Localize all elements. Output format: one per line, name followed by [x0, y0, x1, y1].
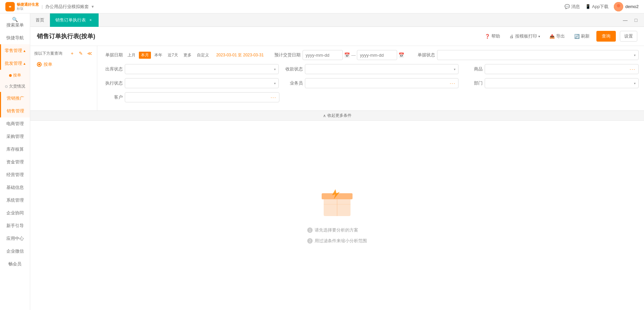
sidebar-item-purchase[interactable]: 采购管理 [0, 130, 30, 143]
sidebar-item-basic[interactable]: 基础信息 [0, 181, 30, 194]
sales-label: 销售管理 [7, 108, 24, 113]
sidebar-item-newbie[interactable]: 新手引导 [0, 219, 30, 232]
calendar-from-icon[interactable]: 📅 [344, 52, 350, 58]
member-label: 畅会员 [8, 261, 21, 266]
add-plan-button[interactable]: + [69, 50, 75, 57]
sidebar-item-ecommerce[interactable]: 电商管理 [0, 117, 30, 130]
doc-status-select[interactable]: ▾ [437, 50, 639, 60]
tab-minimize-button[interactable]: — [621, 16, 629, 24]
app-label: App下载 [592, 4, 608, 10]
message-label: 消息 [571, 4, 580, 10]
payment-arrow: ▾ [454, 67, 455, 71]
marketing-label: 营销推广 [7, 96, 24, 101]
date-tab-more[interactable]: 更多 [181, 52, 194, 59]
active-dot [9, 74, 12, 77]
query-button[interactable]: 查询 [596, 31, 616, 42]
sidebar-item-appcenter[interactable]: 应用中心 [0, 232, 30, 245]
exec-arrow: ▾ [274, 82, 276, 85]
sidebar-submenu-item-order[interactable]: 按单 [0, 70, 30, 81]
exec-status-select[interactable]: ▾ [125, 78, 279, 88]
empty-step-2: 2 用过滤条件来缩小分析范围 [307, 237, 367, 245]
sidebar-item-system[interactable]: 系统管理 [0, 194, 30, 207]
wechat-label: 企业微信 [6, 249, 24, 254]
dept-select[interactable]: ▾ [485, 78, 639, 88]
message-button[interactable]: 💬 消息 [565, 4, 580, 10]
date-tab-this-month[interactable]: 本月 [139, 52, 151, 59]
plan-dot [37, 62, 42, 67]
plan-label: 按单 [44, 61, 52, 67]
user-area[interactable]: demo2 [614, 2, 639, 11]
plan-item-order[interactable]: 按单 [34, 59, 93, 69]
salesperson-input[interactable]: ··· [305, 78, 459, 88]
app-download-button[interactable]: 📱 App下载 [585, 4, 608, 10]
inventory-label: 库存核算 [6, 147, 24, 152]
filter-left-header: 按以下方案查询 + ✎ ≪ [34, 50, 93, 57]
sidebar-item-marketing[interactable]: 营销推广 [0, 92, 30, 105]
edit-plan-button[interactable]: ✎ [77, 50, 84, 57]
payment-status-label: 收款状态 [283, 66, 303, 72]
product-input[interactable]: ··· [485, 64, 639, 74]
help-button[interactable]: ❓ 帮助 [482, 32, 503, 41]
export-icon: 📤 [549, 34, 555, 39]
logo-icon [5, 2, 15, 11]
wholesale-label: 批发管理 [5, 60, 22, 66]
doc-status-group: 单据状态 ▾ [415, 50, 639, 60]
tab-home[interactable]: 首页 [30, 13, 50, 27]
breadcrumb-icon[interactable]: ▾ [92, 4, 94, 9]
sidebar-item-inventory[interactable]: 库存核算 [0, 143, 30, 156]
calendar-to-icon[interactable]: 📅 [398, 52, 404, 58]
home-tab-label: 首页 [36, 17, 44, 23]
export-button[interactable]: 📤 导出 [547, 32, 568, 41]
expected-date-to[interactable] [357, 50, 397, 60]
collapse-up-icon: ∧ [323, 113, 326, 118]
logo-subtitle: 标版 [17, 7, 39, 11]
collapse-left-button[interactable]: ≪ [86, 50, 93, 57]
retail-label: 零售管理 [5, 48, 22, 54]
date-separator: — [351, 53, 356, 58]
doc-status-arrow: ▾ [634, 53, 636, 57]
filter-row-4: 客户 ··· [103, 92, 639, 102]
sidebar-item-operations[interactable]: 经营管理 [0, 168, 30, 181]
refresh-button[interactable]: 🔄 刷新 [572, 32, 592, 41]
step-num-1: 1 [307, 227, 313, 233]
empty-illustration [317, 186, 357, 219]
date-tab-last-month[interactable]: 上月 [125, 52, 138, 59]
date-tab-7days[interactable]: 近7天 [166, 52, 180, 59]
sidebar-item-search[interactable]: 🔍 搜索菜单 [0, 13, 30, 32]
payment-status-select[interactable]: ▾ [305, 64, 459, 74]
date-label: 单据日期 [103, 52, 123, 58]
avatar [614, 2, 623, 11]
tab-maximize-button[interactable]: □ [632, 16, 640, 24]
customer-input[interactable]: ··· [125, 92, 279, 102]
date-tab-custom[interactable]: 自定义 [195, 52, 211, 59]
content-area: 首页 销售订单执行表 × — □ 销售订单执行表(按单) ❓ 帮助 🖨 [30, 13, 644, 310]
customer-more-dots: ··· [271, 95, 277, 100]
sidebar-item-enterprise[interactable]: 企业协同 [0, 207, 30, 219]
sidebar-item-quicknav[interactable]: 快捷导航 [0, 32, 30, 44]
tab-active[interactable]: 销售订单执行表 × [50, 13, 99, 27]
sidebar-item-finance[interactable]: 资金管理 [0, 156, 30, 168]
empty-state: 1 请先选择要分析的方案 2 用过滤条件来缩小分析范围 [30, 121, 644, 310]
purchase-label: 采购管理 [6, 134, 24, 139]
print-icon: 🖨 [509, 34, 514, 39]
export-label: 导出 [556, 33, 565, 39]
collapse-bar[interactable]: ∧ 收起更多条件 [30, 110, 644, 120]
enterprise-label: 企业协同 [6, 210, 24, 215]
system-label: 系统管理 [6, 198, 24, 203]
dept-group: 部门 ▾ [463, 78, 639, 88]
sidebar-item-wechat[interactable]: 企业微信 [0, 245, 30, 258]
top-bar-right: 💬 消息 📱 App下载 demo2 [565, 2, 639, 11]
settings-button[interactable]: 设置 [620, 31, 637, 42]
tab-close-button[interactable]: × [88, 17, 93, 23]
sidebar-item-member[interactable]: 畅会员 [0, 258, 30, 270]
sidebar-submenu-item-arrears[interactable]: 欠货情况 [0, 81, 30, 92]
filter-section: 按以下方案查询 + ✎ ≪ 按单 [30, 46, 644, 121]
sidebar-item-wholesale[interactable]: 批发管理 ▲ [0, 57, 30, 70]
sidebar-item-retail[interactable]: 零售管理 ▲ [0, 44, 30, 57]
expected-date-from[interactable] [303, 50, 343, 60]
sidebar-item-sales[interactable]: 销售管理 [0, 105, 30, 117]
print-button[interactable]: 🖨 按模板打印 ▾ [507, 32, 543, 41]
breadcrumb-separator: | [42, 4, 43, 9]
delivery-status-select[interactable]: ▾ [125, 64, 279, 74]
date-tab-this-year[interactable]: 本年 [152, 52, 164, 59]
